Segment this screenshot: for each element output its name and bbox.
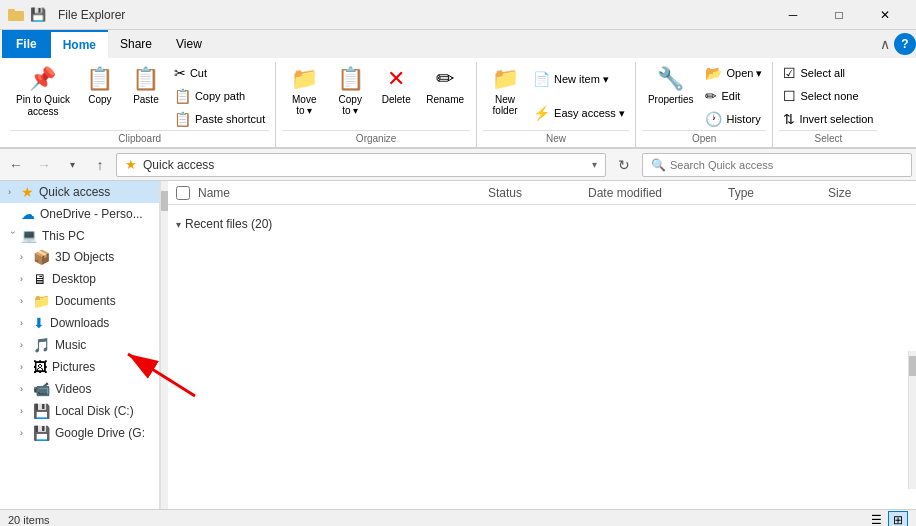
quick-access-icon: ★ (21, 184, 34, 200)
cut-button[interactable]: ✂ Cut (170, 63, 269, 83)
svg-rect-1 (8, 9, 15, 13)
tab-view[interactable]: View (164, 30, 214, 58)
rename-label: Rename (426, 94, 464, 105)
history-label: History (726, 113, 760, 125)
cut-icon: ✂ (174, 65, 186, 81)
new-folder-button[interactable]: 📁 Newfolder (483, 62, 527, 130)
select-none-label: Select none (800, 90, 858, 102)
desktop-label: Desktop (52, 272, 96, 286)
select-label: Select (779, 130, 877, 147)
downloads-icon: ⬇ (33, 315, 45, 331)
videos-chevron-icon: › (20, 384, 30, 394)
new-items: 📁 Newfolder 📄 New item ▾ ⚡ Easy access ▾ (483, 62, 629, 130)
status-bar: 20 items ☰ ⊞ (0, 509, 916, 526)
properties-button[interactable]: 🔧 Properties (642, 62, 700, 130)
sidebar-item-pictures[interactable]: › 🖼 Pictures (0, 356, 159, 378)
copy-to-button[interactable]: 📋 Copyto ▾ (328, 62, 372, 130)
new-item-button[interactable]: 📄 New item ▾ (529, 69, 629, 89)
cut-label: Cut (190, 67, 207, 79)
delete-button[interactable]: ✕ Delete (374, 62, 418, 130)
sidebar-item-videos[interactable]: › 📹 Videos (0, 378, 159, 400)
content-area: Name Status Date modified Type Size ▾ Re… (168, 181, 916, 509)
tab-home[interactable]: Home (51, 30, 108, 58)
move-to-button[interactable]: 📁 Moveto ▾ (282, 62, 326, 130)
list-view-button[interactable]: ☰ (866, 511, 886, 527)
sidebar-item-google-drive[interactable]: › 💾 Google Drive (G: (0, 422, 159, 444)
recent-section: ▾ Recent files (20) (168, 209, 916, 239)
search-bar[interactable]: 🔍 (642, 153, 912, 177)
select-all-label: Select all (800, 67, 845, 79)
title-text: File Explorer (58, 8, 125, 22)
expand-ribbon-btn[interactable]: ∧ (880, 36, 890, 52)
google-drive-chevron-icon: › (20, 428, 30, 438)
select-none-icon: ☐ (783, 88, 796, 104)
forward-button[interactable]: → (32, 153, 56, 177)
content-header: Name Status Date modified Type Size (168, 181, 916, 205)
ribbon-content: 📌 Pin to Quickaccess 📋 Copy 📋 Paste ✂ (0, 58, 916, 148)
move-to-icon: 📁 (291, 66, 318, 92)
sidebar-item-onedrive[interactable]: ☁ OneDrive - Perso... (0, 203, 159, 225)
search-input[interactable] (670, 159, 903, 171)
music-chevron-icon: › (20, 340, 30, 350)
copy-path-label: Copy path (195, 90, 245, 102)
detail-view-button[interactable]: ⊞ (888, 511, 908, 527)
open-button[interactable]: 📂 Open ▾ (701, 63, 766, 83)
invert-selection-label: Invert selection (799, 113, 873, 125)
tab-file[interactable]: File (2, 30, 51, 58)
help-button[interactable]: ? (894, 33, 916, 55)
back-button[interactable]: ← (4, 153, 28, 177)
sidebar-item-music[interactable]: › 🎵 Music (0, 334, 159, 356)
paste-button[interactable]: 📋 Paste (124, 62, 168, 130)
ribbon-group-new: 📁 Newfolder 📄 New item ▾ ⚡ Easy access ▾… (477, 62, 636, 147)
close-button[interactable]: ✕ (862, 0, 908, 30)
music-label: Music (55, 338, 86, 352)
view-buttons: ☰ ⊞ (866, 511, 908, 527)
select-all-button[interactable]: ☑ Select all (779, 63, 877, 83)
content-scrollbar[interactable] (908, 351, 916, 489)
sidebar-item-3d-objects[interactable]: › 📦 3D Objects (0, 246, 159, 268)
history-button[interactable]: 🕐 History (701, 109, 766, 129)
sidebar-item-desktop[interactable]: › 🖥 Desktop (0, 268, 159, 290)
new-item-icon: 📄 (533, 71, 550, 87)
move-to-label: Moveto ▾ (292, 94, 316, 116)
refresh-button[interactable]: ↻ (610, 153, 638, 177)
recent-header[interactable]: ▾ Recent files (20) (176, 213, 908, 235)
address-bar[interactable]: ★ Quick access ▾ (116, 153, 606, 177)
title-bar-controls: ─ □ ✕ (770, 0, 908, 30)
pictures-icon: 🖼 (33, 359, 47, 375)
recent-locations-button[interactable]: ▾ (60, 153, 84, 177)
paste-shortcut-button[interactable]: 📋 Paste shortcut (170, 109, 269, 129)
save-btn[interactable]: 💾 (28, 7, 48, 22)
copy-button[interactable]: 📋 Copy (78, 62, 122, 130)
up-button[interactable]: ↑ (88, 153, 112, 177)
sidebar-item-this-pc[interactable]: › 💻 This PC (0, 225, 159, 246)
pin-to-quick-access-button[interactable]: 📌 Pin to Quickaccess (10, 62, 76, 130)
sidebar-item-documents[interactable]: › 📁 Documents (0, 290, 159, 312)
copy-path-icon: 📋 (174, 88, 191, 104)
select-none-button[interactable]: ☐ Select none (779, 86, 877, 106)
organize-items: 📁 Moveto ▾ 📋 Copyto ▾ ✕ Delete ✏ Rename (282, 62, 470, 130)
invert-selection-icon: ⇅ (783, 111, 795, 127)
edit-button[interactable]: ✏ Edit (701, 86, 766, 106)
minimize-button[interactable]: ─ (770, 0, 816, 30)
sidebar-item-local-disk-c[interactable]: › 💾 Local Disk (C:) (0, 400, 159, 422)
paste-icon: 📋 (132, 66, 159, 92)
rename-button[interactable]: ✏ Rename (420, 62, 470, 130)
sidebar-item-downloads[interactable]: › ⬇ Downloads (0, 312, 159, 334)
edit-label: Edit (721, 90, 740, 102)
select-all-checkbox[interactable] (176, 186, 190, 200)
recent-chevron-icon: ▾ (176, 219, 181, 230)
sidebar-item-quick-access[interactable]: › ★ Quick access (0, 181, 159, 203)
copy-path-button[interactable]: 📋 Copy path (170, 86, 269, 106)
maximize-button[interactable]: □ (816, 0, 862, 30)
tab-share[interactable]: Share (108, 30, 164, 58)
easy-access-button[interactable]: ⚡ Easy access ▾ (529, 103, 629, 123)
quick-access-label: Quick access (39, 185, 110, 199)
documents-chevron-icon: › (20, 296, 30, 306)
invert-selection-button[interactable]: ⇅ Invert selection (779, 109, 877, 129)
quick-access-toolbar: 💾 (28, 7, 48, 22)
properties-label: Properties (648, 94, 694, 105)
documents-icon: 📁 (33, 293, 50, 309)
sidebar-scrollbar[interactable] (160, 181, 168, 509)
col-status-header: Status (488, 186, 588, 200)
